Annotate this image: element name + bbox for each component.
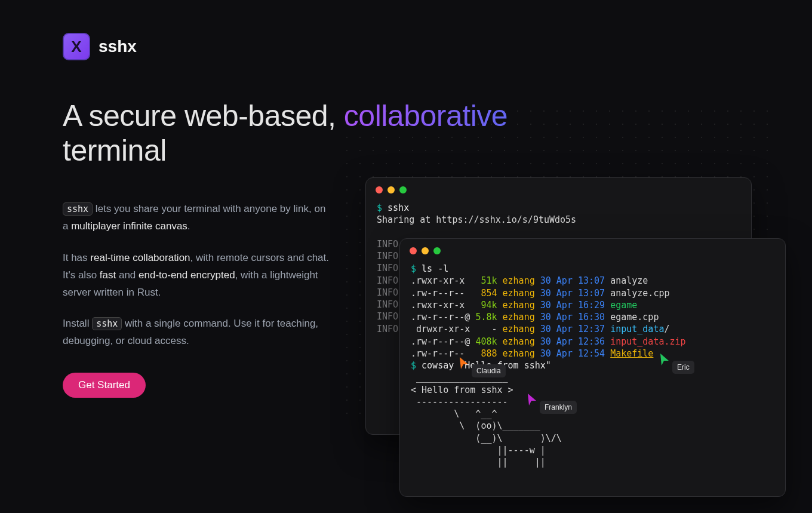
hero-title-post: terminal bbox=[63, 134, 167, 167]
svg-marker-1 bbox=[660, 354, 669, 365]
desc-paragraph-3: Install sshx with a single command. Use … bbox=[63, 315, 331, 350]
desc-paragraph-2: It has real-time collaboration, with rem… bbox=[63, 250, 331, 302]
hero-title-gradient: collaborative bbox=[344, 99, 508, 133]
remote-cursor-franklyn: Franklyn bbox=[528, 394, 577, 414]
code-chip-sshx-2: sshx bbox=[92, 317, 122, 330]
get-started-button[interactable]: Get Started bbox=[63, 373, 146, 398]
remote-cursor-eric: Eric bbox=[660, 354, 694, 374]
cursor-label: Claudia bbox=[472, 364, 506, 377]
logo-icon: X bbox=[63, 33, 90, 60]
cursor-label: Eric bbox=[672, 361, 694, 374]
remote-cursor-claudia: Claudia bbox=[460, 357, 506, 377]
svg-marker-2 bbox=[528, 394, 536, 406]
code-chip-sshx: sshx bbox=[63, 202, 93, 216]
cursor-arrow-icon bbox=[528, 394, 539, 406]
desc-paragraph-1: sshx lets you share your terminal with a… bbox=[63, 201, 331, 235]
site-header: X sshx bbox=[63, 33, 749, 60]
app-name: sshx bbox=[99, 37, 137, 56]
svg-marker-0 bbox=[460, 357, 468, 369]
cursor-arrow-icon bbox=[660, 354, 671, 365]
hero-title-pre: A secure web-based, bbox=[63, 99, 344, 133]
cursor-label: Franklyn bbox=[540, 401, 577, 414]
hero-title: A secure web-based, collaborative termin… bbox=[63, 99, 552, 168]
cursor-arrow-icon bbox=[460, 357, 470, 369]
description: sshx lets you share your terminal with a… bbox=[63, 201, 331, 350]
